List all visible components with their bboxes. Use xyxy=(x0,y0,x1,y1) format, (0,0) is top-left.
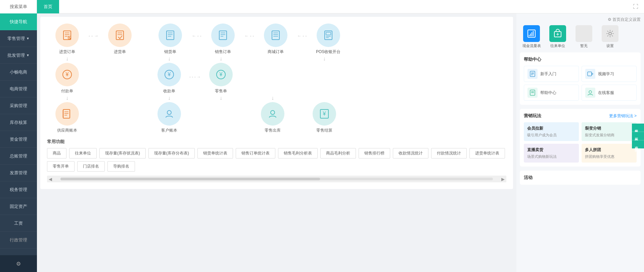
func-btn-store-rank[interactable]: 门店排名 xyxy=(77,161,105,172)
sidebar-item-retail[interactable]: 零售管理 ▼ xyxy=(0,30,37,47)
help-item-help[interactable]: 帮助中心 xyxy=(524,85,579,101)
func-btn-units[interactable]: 往来单位 xyxy=(69,148,97,158)
flow-node-sales-order[interactable]: 销售订单 xyxy=(203,24,243,55)
float-buttons: 客服热线 服务社区 桌面快捷 xyxy=(632,124,644,148)
svg-rect-52 xyxy=(588,72,592,76)
svg-text:¥: ¥ xyxy=(219,72,223,77)
flow-node-mall-order[interactable]: 商城订单 xyxy=(256,24,296,55)
func-btn-guide-rank[interactable]: 导购排名 xyxy=(107,161,135,172)
quick-icon-cashflow[interactable]: 现金流量表 xyxy=(520,25,543,48)
flow-node-purchase[interactable]: 进货单 xyxy=(100,24,140,55)
tab-home[interactable]: 首页 xyxy=(37,0,59,13)
svg-text:¥: ¥ xyxy=(323,111,326,117)
sidebar-settings[interactable]: ⚙ xyxy=(0,255,37,272)
float-btn-desktop[interactable]: 桌面快捷 xyxy=(632,140,644,148)
flow-node-retail-out[interactable]: 零售出库 xyxy=(252,102,293,133)
sidebar-item-fixed-assets[interactable]: 固定资产 xyxy=(0,198,37,215)
quick-icon-units[interactable]: 往来单位 xyxy=(546,25,569,48)
member-title: 会员拉新 xyxy=(527,126,576,131)
func-btn-payment-stat[interactable]: 付款情况统计 xyxy=(431,148,467,158)
scrollbar-thumb[interactable] xyxy=(60,178,320,180)
func-btn-sales-rank[interactable]: 销售排行榜 xyxy=(359,148,390,158)
purchase-order-label: 进货订单 xyxy=(59,49,75,55)
top-bar-right: ⛶ xyxy=(631,2,644,12)
customize-bar[interactable]: ⚙ 首页自定义设置 xyxy=(520,17,641,22)
help-item-service[interactable]: 在线客服 xyxy=(582,85,637,101)
help-grid: 新手入门 视频学习 帮助中心 xyxy=(524,66,637,101)
func-btn-sales-stat[interactable]: 销货单统计表 xyxy=(197,148,233,158)
sidebar-item-quick-nav[interactable]: 快捷导航 xyxy=(0,13,37,30)
sidebar-item-general-ledger[interactable]: 总账管理 xyxy=(0,148,37,165)
sidebar-item-procurement[interactable]: 采购管理 xyxy=(0,97,37,114)
flow-diagram: 进货订单 - - → 进货单 xyxy=(47,24,506,182)
pos-label: POS收银开台 xyxy=(316,49,340,55)
member-desc: 吸引用户成为会员 xyxy=(527,133,576,138)
sidebar-item-tax[interactable]: 税务管理 xyxy=(0,181,37,198)
scroll-right-button[interactable]: ▶ xyxy=(500,176,506,182)
flow-node-payment[interactable]: ¥ 付款单 xyxy=(47,63,87,94)
sidebar-item-ecommerce-mgmt[interactable]: 电商管理 xyxy=(0,81,37,97)
gear-icon: ⚙ xyxy=(608,17,611,22)
customize-label: 首页自定义设置 xyxy=(612,17,641,22)
func-btn-receipt-stat[interactable]: 收款情况统计 xyxy=(393,148,428,158)
pos-icon xyxy=(317,24,340,47)
flow-node-receipt[interactable]: ¥ 收款单 xyxy=(149,63,189,94)
flow-node-customer-book[interactable]: 客户账本 xyxy=(149,102,189,133)
fullscreen-button[interactable]: ⛶ xyxy=(631,2,641,12)
marketing-title: 营销玩法 xyxy=(524,113,541,119)
help-item-video[interactable]: 视频学习 xyxy=(582,66,637,82)
scroll-left-button[interactable]: ◀ xyxy=(47,176,54,182)
sidebar-item-ecommerce[interactable]: 小畅电商 xyxy=(0,64,37,81)
flow-node-purchase-order[interactable]: 进货订单 xyxy=(47,24,87,55)
func-btn-stock-dist[interactable]: 现存量(库存分布表) xyxy=(148,148,195,158)
flow-node-supplier-book[interactable]: 供应商账本 xyxy=(47,102,87,133)
float-btn-community[interactable]: 服务社区 xyxy=(632,132,644,140)
sidebar-item-finance[interactable]: 资金管理 xyxy=(0,131,37,148)
func-btn-goods-profit[interactable]: 商品毛利分析 xyxy=(320,148,356,158)
marketing-header: 营销玩法 更多营销玩法 > xyxy=(524,113,637,119)
sales-icon xyxy=(158,24,182,47)
common-functions: 常用功能 商品 往来单位 现存量(库存状况表) 现存量(库存分布表) 销货单统计… xyxy=(47,139,506,172)
marketing-more-link[interactable]: 更多营销玩法 > xyxy=(609,113,637,119)
common-functions-title: 常用功能 xyxy=(47,139,506,145)
flow-scrollbar[interactable]: ◀ ▶ xyxy=(47,176,506,182)
sidebar-item-inventory[interactable]: 库存核算 xyxy=(0,114,37,131)
supplier-book-label: 供应商账本 xyxy=(57,128,77,133)
cashflow-label: 现金流量表 xyxy=(522,43,541,48)
purchase-label: 进货单 xyxy=(114,49,126,55)
marketing-fission[interactable]: 裂变分销 裂变式发展分销商 xyxy=(582,122,637,141)
marketing-grid: 会员拉新 吸引用户成为会员 裂变分销 裂变式发展分销商 直播卖货 场景式购物新玩… xyxy=(524,122,637,163)
group-title: 多人拼团 xyxy=(585,147,633,153)
svg-rect-21 xyxy=(326,32,331,35)
func-btn-sales-order-stat[interactable]: 销售订单统计表 xyxy=(236,148,275,158)
retail-out-label: 零售出库 xyxy=(265,128,281,133)
func-btn-stock-status[interactable]: 现存量(库存状况表) xyxy=(99,148,146,158)
func-btn-goods[interactable]: 商品 xyxy=(47,148,66,158)
flow-node-sales[interactable]: 销货单 xyxy=(150,24,190,55)
help-item-beginner[interactable]: 新手入门 xyxy=(524,66,579,82)
sidebar-item-wholesale[interactable]: 批发管理 ▼ xyxy=(0,47,37,64)
marketing-group[interactable]: 多人拼团 拼团购物享受优惠 xyxy=(582,144,637,163)
svg-point-57 xyxy=(589,91,592,93)
sidebar-item-invoice[interactable]: 发票管理 xyxy=(0,165,37,181)
main-layout: 快捷导航 零售管理 ▼ 批发管理 ▼ 小畅电商 电商管理 采购管理 库存核算 资… xyxy=(0,13,644,272)
flow-node-pos[interactable]: POS收银开台 xyxy=(308,24,349,55)
sidebar-item-salary[interactable]: 工资 xyxy=(0,215,37,232)
func-btn-sales-profit[interactable]: 销售毛利分析表 xyxy=(278,148,318,158)
marketing-live[interactable]: 直播卖货 场景式购物新玩法 xyxy=(524,144,579,163)
retail-order-label: 零售单 xyxy=(215,88,227,94)
flow-node-retail-settle[interactable]: ¥ 零售结算 xyxy=(304,102,344,133)
search-menu[interactable]: 搜索菜单 xyxy=(0,0,37,13)
quick-icon-none[interactable]: 暂无 xyxy=(572,25,596,48)
quick-icon-settings[interactable]: 设置 xyxy=(598,25,622,48)
units-icon xyxy=(549,25,566,42)
marketing-member[interactable]: 会员拉新 吸引用户成为会员 xyxy=(524,122,579,141)
beginner-icon xyxy=(527,69,538,79)
sidebar-item-admin[interactable]: 行政管理 xyxy=(0,232,37,248)
float-btn-service[interactable]: 客服热线 xyxy=(632,124,644,132)
func-btn-purchase-stat[interactable]: 进货单统计表 xyxy=(469,148,505,158)
flow-node-retail-order[interactable]: - - - → ¥ 零售单 xyxy=(201,63,241,94)
func-btn-retail-order[interactable]: 零售开单 xyxy=(47,161,75,172)
svg-rect-12 xyxy=(219,31,227,40)
sales-order-icon xyxy=(211,24,235,47)
